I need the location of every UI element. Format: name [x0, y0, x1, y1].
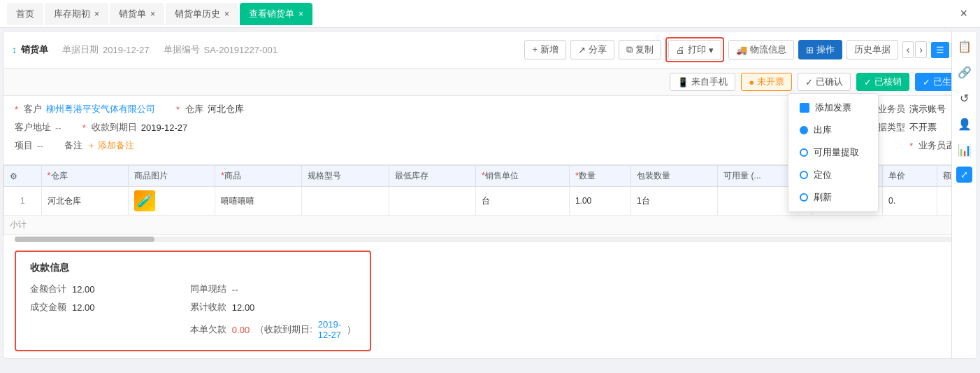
same-settle-item: 同单现结 -- — [190, 283, 356, 295]
owed-item — [30, 319, 169, 340]
share-button[interactable]: ↗ 分享 — [570, 40, 614, 59]
print-button[interactable]: 🖨 打印 ▾ — [668, 40, 721, 59]
tab-inventory[interactable]: 库存期初 × — [45, 3, 108, 25]
tab-view-sales-close[interactable]: × — [298, 9, 303, 19]
tab-sales-label: 销货单 — [119, 8, 146, 20]
effective-icon: ✓ — [923, 77, 930, 87]
print-dropdown-arrow: ▾ — [709, 45, 714, 55]
outbound-item[interactable]: 出库 — [788, 119, 878, 141]
cumulative-item: 累计收款 12.00 — [190, 301, 356, 314]
same-settle-label: 同单现结 — [190, 283, 226, 295]
from-phone-label: 来自手机 — [691, 76, 728, 88]
history-label: 历史单据 — [854, 43, 891, 56]
tab-home-label: 首页 — [16, 8, 34, 20]
chart-icon[interactable]: 📊 — [955, 141, 974, 160]
add-note-button[interactable]: ＋ 添加备注 — [87, 139, 134, 152]
doc-number-meta: 单据编号 SA-20191227-001 — [164, 43, 278, 56]
tab-inventory-label: 库存期初 — [54, 8, 90, 20]
payment-box: 收款信息 金额合计 12.00 同单现结 -- 成交金额 12.00 累计收款 … — [15, 251, 371, 351]
link-icon[interactable]: 🔗 — [955, 63, 974, 82]
row-spec — [302, 187, 389, 216]
not-open-button[interactable]: ● 未开票 — [741, 73, 792, 91]
status-bar: 📱 来自手机 ● 未开票 ✓ 已确认 ✓ 已核销 ✓ 已生效 — [3, 69, 977, 96]
refresh-icon-right[interactable]: ↺ — [957, 89, 972, 108]
locate-item[interactable]: 定位 — [788, 164, 878, 186]
tab-sales-history-label: 销货单历史 — [175, 8, 220, 20]
operations-button[interactable]: ⊞ 操作 — [798, 40, 842, 59]
share-label: 分享 — [589, 43, 607, 56]
tab-sales-history[interactable]: 销货单历史 × — [166, 3, 238, 25]
prev-button[interactable]: ‹ — [902, 41, 914, 58]
refresh-icon — [800, 193, 808, 202]
row-pack-qty: 1台 — [630, 187, 717, 216]
tab-inventory-close[interactable]: × — [94, 9, 99, 19]
cumulative-value: 12.00 — [232, 302, 255, 313]
staff-label: 业务员 — [878, 103, 905, 115]
number-value: SA-20191227-001 — [204, 45, 278, 55]
from-phone-button[interactable]: 📱 来自手机 — [670, 73, 735, 91]
available-extract-item[interactable]: 可用量提取 — [788, 141, 878, 164]
date-value: 2019-12-27 — [103, 45, 150, 55]
cumulative-label: 累计收款 — [190, 301, 226, 314]
project-value: -- — [37, 141, 43, 151]
list-view-button[interactable]: ☰ — [931, 42, 949, 58]
total-amount-item: 金额合计 12.00 — [30, 283, 169, 295]
logistics-button[interactable]: 🚚 物流信息 — [728, 40, 794, 59]
add-invoice-item[interactable]: 添加发票 — [788, 97, 878, 119]
clipboard-icon[interactable]: 📋 — [955, 37, 974, 56]
expand-icon[interactable]: ⤢ — [956, 167, 972, 183]
col-settings[interactable]: ⚙ — [4, 166, 42, 187]
horizontal-scrollbar[interactable] — [15, 237, 965, 242]
new-button[interactable]: + 新增 — [524, 40, 565, 59]
remark-field: 备注 ＋ 添加备注 — [64, 139, 134, 152]
sales-staff-required: * — [909, 141, 913, 151]
subtotal-row: 小计 — [4, 216, 977, 235]
confirm-button[interactable]: ✓ 已确认 — [798, 73, 851, 91]
window-close-button[interactable]: × — [954, 3, 973, 24]
subtotal-label: 小计 — [4, 216, 977, 235]
row-sales-unit: 台 — [475, 187, 569, 216]
tab-sales-history-close[interactable]: × — [224, 9, 229, 19]
main-content: ↕ 销货单 单据日期 2019-12-27 单据编号 SA-20191227-0… — [3, 31, 977, 359]
outbound-label: 出库 — [814, 124, 832, 136]
warehouse-value: 河北仓库 — [208, 103, 264, 115]
tab-view-sales[interactable]: 查看销货单 × — [240, 3, 312, 25]
checked-label: 已核销 — [874, 76, 902, 88]
doc-type-label: 销货单 — [21, 43, 48, 56]
refresh-item[interactable]: 刷新 — [788, 186, 878, 209]
confirm-icon: ✓ — [805, 77, 813, 87]
customer-value[interactable]: 柳州粤港平安气体有限公司 — [46, 103, 155, 115]
customer-label: 客户 — [24, 103, 42, 115]
next-button[interactable]: › — [915, 41, 927, 58]
confirm-label: 已确认 — [816, 76, 843, 88]
phone-icon: 📱 — [677, 77, 689, 87]
warehouse-label: 仓库 — [185, 103, 203, 115]
document-header: ↕ 销货单 单据日期 2019-12-27 单据编号 SA-20191227-0… — [3, 31, 977, 69]
copy-label: 复制 — [635, 43, 654, 56]
owed-close: ） — [347, 323, 356, 336]
row-min-stock — [389, 187, 475, 216]
history-button[interactable]: 历史单据 — [846, 40, 898, 59]
checked-button[interactable]: ✓ 已核销 — [856, 73, 909, 91]
deal-amount-value: 12.00 — [72, 302, 95, 313]
warehouse-required: * — [176, 104, 180, 115]
add-invoice-label: 添加发票 — [815, 101, 851, 114]
tab-home[interactable]: 首页 — [7, 3, 43, 25]
sales-staff-label: 业务员孟 — [918, 139, 955, 152]
copy-button[interactable]: ⧉ 复制 — [619, 40, 661, 59]
user-icon[interactable]: 👤 — [955, 115, 974, 134]
address-value: -- — [55, 122, 62, 133]
tab-view-sales-label: 查看销货单 — [249, 8, 294, 20]
payment-date-label: 收款到期日 — [92, 121, 137, 134]
print-highlight: 🖨 打印 ▾ — [665, 37, 724, 62]
tab-sales-close[interactable]: × — [150, 9, 155, 19]
doc-type-icon: ↕ — [12, 44, 17, 55]
owed-note: （收款到期日: — [255, 323, 312, 336]
add-note-icon: ＋ — [87, 139, 96, 152]
tab-sales[interactable]: 销货单 × — [110, 3, 164, 25]
operations-label: 操作 — [816, 43, 835, 56]
scrollbar-thumb[interactable] — [15, 237, 154, 242]
date-label: 单据日期 — [62, 43, 99, 56]
doc-title: ↕ 销货单 — [12, 43, 48, 56]
payment-date-field: * 收款到期日 2019-12-27 — [82, 121, 197, 134]
